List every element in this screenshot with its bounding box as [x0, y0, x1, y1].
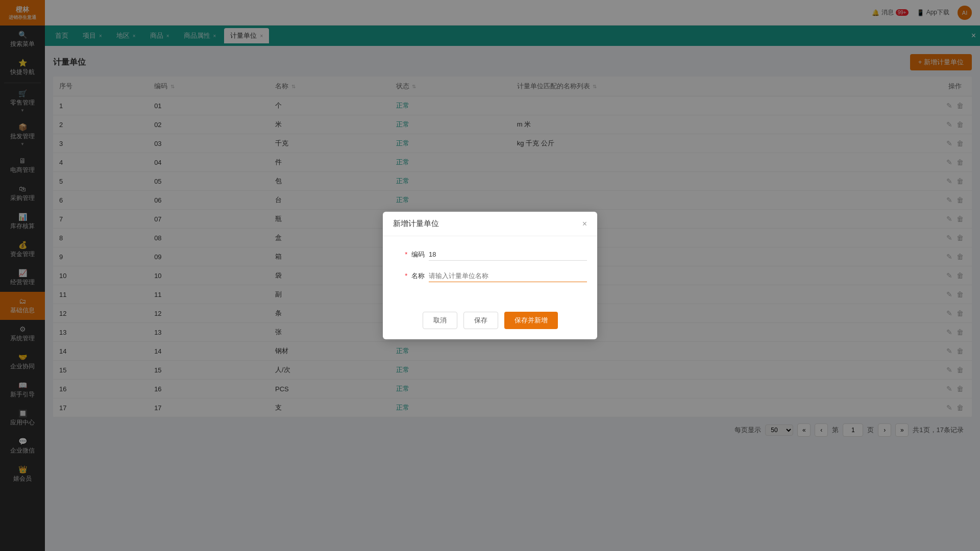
- save-continue-button[interactable]: 保存并新增: [504, 312, 558, 329]
- save-button[interactable]: 保存: [463, 312, 498, 329]
- modal-footer: 取消 保存 保存并新增: [383, 304, 597, 339]
- name-field-row: * 名称: [393, 270, 587, 282]
- add-unit-modal: 新增计量单位 × * 编码 * 名称 取消 保存 保存并新增: [383, 212, 597, 339]
- code-field-row: * 编码: [393, 248, 587, 261]
- modal-title: 新增计量单位: [393, 219, 439, 229]
- modal-close-button[interactable]: ×: [582, 219, 587, 229]
- modal-overlay[interactable]: 新增计量单位 × * 编码 * 名称 取消 保存 保存并新增: [0, 0, 980, 551]
- modal-header: 新增计量单位 ×: [383, 212, 597, 236]
- code-label: * 编码: [393, 250, 429, 259]
- cancel-button[interactable]: 取消: [423, 312, 457, 329]
- required-marker: *: [405, 272, 407, 280]
- required-marker: *: [405, 251, 407, 258]
- name-label: * 名称: [393, 271, 429, 281]
- modal-body: * 编码 * 名称: [383, 236, 597, 304]
- code-input[interactable]: [429, 248, 587, 261]
- name-input[interactable]: [429, 270, 587, 282]
